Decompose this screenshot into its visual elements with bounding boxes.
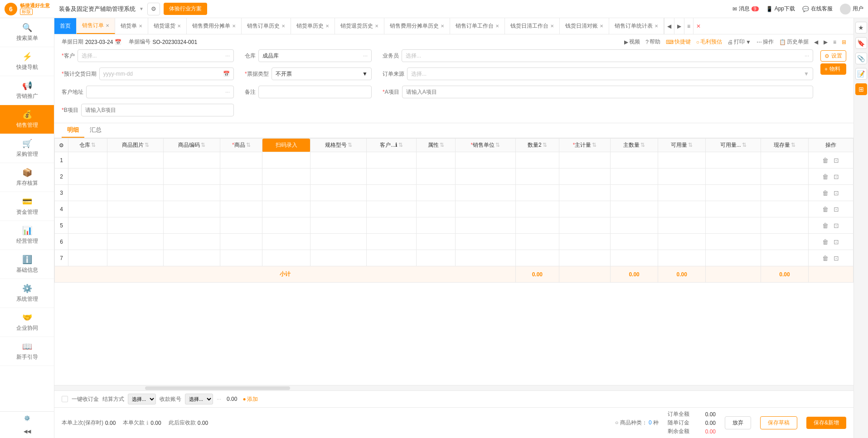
row-4-delete-btn[interactable]: 🗑 — [821, 205, 830, 214]
warehouse-input[interactable]: 成品库 ··· — [258, 49, 372, 62]
tab-close-6-icon[interactable]: ✕ — [325, 24, 329, 29]
sidebar-item-marketing[interactable]: 📢 营销推广 — [0, 76, 54, 105]
tab-detail[interactable]: 明细 — [62, 123, 84, 138]
row-1-avail2[interactable] — [706, 152, 761, 168]
tab-return[interactable]: 销货退货 ✕ — [148, 18, 187, 34]
user-menu-btn[interactable]: 用户 — [840, 4, 863, 14]
sidebar-item-system[interactable]: ⚙️ 系统管理 — [0, 279, 54, 308]
row-3-delete-btn[interactable]: 🗑 — [821, 188, 830, 197]
sidebar-item-inventory[interactable]: 📦 库存核算 — [0, 163, 54, 192]
sidebar-item-sales[interactable]: 💰 销售管理 — [0, 105, 54, 134]
settings-btn[interactable]: ⚙ 设置 — [820, 50, 846, 62]
row-3-image[interactable] — [107, 185, 164, 201]
sidebar-item-collab[interactable]: 🤝 企业协同 — [0, 308, 54, 337]
delivery-input[interactable]: yyyy-mm-dd 📅 — [99, 67, 234, 80]
goods-count-val[interactable]: 0 — [649, 419, 652, 426]
th-settings[interactable]: ⚙ — [55, 139, 68, 152]
save-new-btn[interactable]: 保存&新增 — [806, 417, 846, 429]
tab-close-9-icon[interactable]: ✕ — [495, 24, 499, 29]
add-goods-btn[interactable]: + 物料 — [820, 63, 846, 75]
staff-input[interactable]: 选择... ··· — [402, 49, 813, 62]
shortcut-btn[interactable]: ⌨ 快捷键 — [666, 38, 691, 46]
row-3-product[interactable] — [220, 185, 262, 201]
tab-sales-history[interactable]: 销货单历史 ✕ — [291, 18, 335, 34]
row-3-spec[interactable] — [310, 185, 367, 201]
th-available2[interactable]: 可用量...⇅ — [706, 139, 761, 152]
system-settings-btn[interactable]: ⚙ — [147, 3, 160, 15]
row-6-copy-btn[interactable]: ⊡ — [832, 237, 841, 246]
sidebar-item-search[interactable]: 🔍 搜索菜单 — [0, 18, 54, 47]
list-view-btn[interactable]: ≡ — [833, 39, 836, 45]
calendar-icon[interactable]: 📅 — [115, 39, 121, 45]
tab-next-btn[interactable]: ▶ — [674, 18, 684, 34]
tab-expense[interactable]: 销售费用分摊单 ✕ — [187, 18, 242, 34]
row-2-avail[interactable] — [658, 168, 706, 185]
grid-view-btn[interactable]: ⊞ — [842, 39, 846, 45]
row-3-attr[interactable] — [417, 185, 456, 201]
row-2-mu[interactable] — [559, 168, 611, 185]
row-2-attr[interactable] — [417, 168, 456, 185]
row-3-scan[interactable] — [262, 185, 310, 201]
row-1-delete-btn[interactable]: 🗑 — [821, 156, 830, 165]
row-1-stock[interactable] — [761, 152, 808, 168]
tab-close-11-icon[interactable]: ✕ — [600, 24, 603, 29]
tab-summary[interactable]: 汇总 — [84, 123, 107, 138]
row-1-copy-btn[interactable]: ⊡ — [832, 156, 841, 165]
tab-stats[interactable]: 销售订单统计表 ✕ — [609, 18, 664, 34]
tab-cash-workbench[interactable]: 钱货日清工作台 ✕ — [505, 18, 560, 34]
th-image[interactable]: 商品图片⇅ — [107, 139, 164, 152]
row-4-copy-btn[interactable]: ⊡ — [832, 205, 841, 214]
b-project-input[interactable] — [81, 104, 234, 116]
sidebar-item-finance[interactable]: 💳 资金管理 — [0, 192, 54, 221]
th-stock[interactable]: 现存量⇅ — [761, 139, 808, 152]
row-6-delete-btn[interactable]: 🗑 — [821, 237, 830, 246]
row-1-warehouse[interactable] — [68, 152, 107, 168]
rsp-btn-5[interactable]: ⊞ — [855, 83, 867, 95]
tab-prev-btn[interactable]: ◀ — [664, 18, 674, 34]
remark-input[interactable] — [258, 86, 372, 98]
row-2-stock[interactable] — [761, 168, 808, 185]
row-2-mq[interactable] — [610, 168, 658, 185]
nav-next-btn[interactable]: ▶ — [824, 39, 828, 45]
app-download-btn[interactable]: 📱 App下载 — [766, 5, 795, 13]
row-7-copy-btn[interactable]: ⊡ — [832, 254, 841, 263]
row-3-unit[interactable] — [456, 185, 515, 201]
row-3-stock[interactable] — [761, 185, 808, 201]
profit-btn[interactable]: ○ 毛利预估 — [696, 38, 722, 46]
row-1-code[interactable] — [164, 152, 220, 168]
save-draft-btn[interactable]: 保存草稿 — [760, 416, 797, 429]
tab-close-7-icon[interactable]: ✕ — [375, 24, 378, 29]
th-main-qty[interactable]: 主数量⇅ — [610, 139, 658, 152]
th-available[interactable]: 可用量⇅ — [658, 139, 706, 152]
row-2-spec[interactable] — [310, 168, 367, 185]
help-btn[interactable]: ? 帮助 — [645, 38, 660, 46]
sidebar-item-guide[interactable]: 📖 新手引导 — [0, 337, 54, 366]
row-1-mq[interactable] — [610, 152, 658, 168]
row-3-avail2[interactable] — [706, 185, 761, 201]
one-key-checkbox[interactable] — [62, 396, 68, 402]
rsp-btn-2[interactable]: 🔖 — [855, 37, 867, 49]
row-2-image[interactable] — [107, 168, 164, 185]
tab-close-all-btn[interactable]: ✕ — [693, 18, 703, 34]
print-btn[interactable]: 🖨 打印 ▼ — [727, 38, 751, 46]
tab-close-8-icon[interactable]: ✕ — [441, 24, 444, 29]
th-customer-code[interactable]: 客户...ℹ⇅ — [367, 139, 417, 152]
row-2-avail2[interactable] — [706, 168, 761, 185]
th-qty2[interactable]: 数量2⇅ — [515, 139, 559, 152]
tab-close-3-icon[interactable]: ✕ — [177, 24, 181, 29]
rsp-btn-1[interactable]: ★ — [855, 22, 867, 34]
row-5-copy-btn[interactable]: ⊡ — [832, 221, 841, 230]
tab-close-12-icon[interactable]: ✕ — [655, 24, 658, 29]
tab-sales[interactable]: 销货单 ✕ — [115, 18, 148, 34]
row-1-image[interactable] — [107, 152, 164, 168]
row-1-product[interactable] — [220, 152, 262, 168]
row-3-mq[interactable] — [610, 185, 658, 201]
row-3-copy-btn[interactable]: ⊡ — [832, 188, 841, 197]
delivery-calendar-icon[interactable]: 📅 — [223, 71, 230, 77]
sidebar-item-nav[interactable]: ⚡ 快捷导航 — [0, 47, 54, 76]
row-1-mu[interactable] — [559, 152, 611, 168]
scrollbar-thumb[interactable] — [145, 386, 290, 390]
row-2-unit[interactable] — [456, 168, 515, 185]
tab-sales-order[interactable]: 销售订单 ✕ — [77, 18, 115, 34]
row-1-unit[interactable] — [456, 152, 515, 168]
